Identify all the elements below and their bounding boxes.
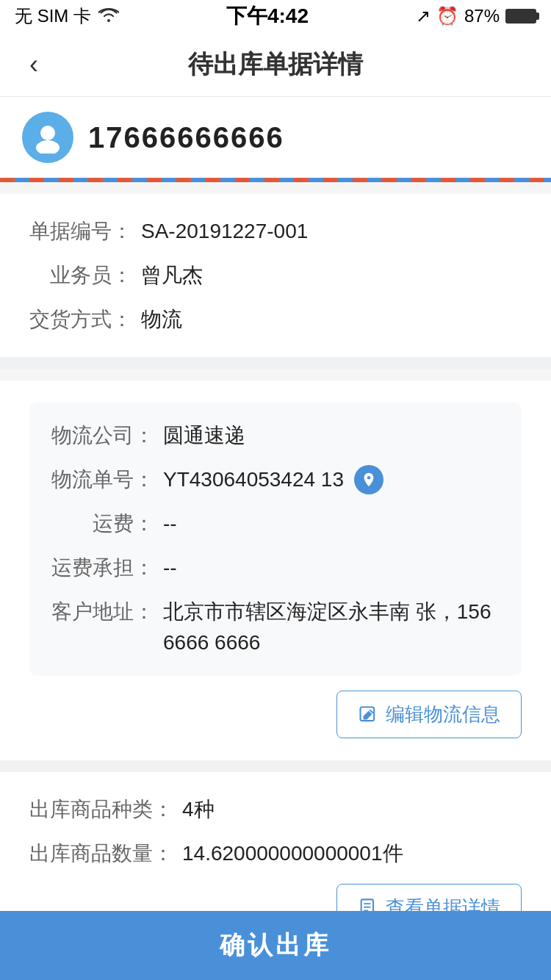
salesperson-label: 业务员： xyxy=(29,260,132,291)
confirm-btn-wrap: 确认出库 xyxy=(0,911,551,980)
svg-point-0 xyxy=(40,126,55,140)
address-row: 客户地址： 北京市市辖区海淀区永丰南 张，156 6666 6666 xyxy=(51,597,500,658)
product-type-label: 出库商品种类： xyxy=(29,794,173,825)
svg-point-1 xyxy=(36,140,60,154)
trackno-text: YT43064053424 13 xyxy=(163,464,344,495)
logistics-card: 物流公司： 圆通速递 物流单号： YT43064053424 13 运费： --… xyxy=(29,403,522,676)
freight-label: 运费： xyxy=(51,508,154,539)
freight-bear-row: 运费承担： -- xyxy=(51,552,500,583)
company-label: 物流公司： xyxy=(51,420,154,451)
edit-icon xyxy=(358,705,378,725)
trackno-row: 物流单号： YT43064053424 13 xyxy=(51,464,500,495)
freight-bear-value: -- xyxy=(154,552,500,583)
section-divider-2 xyxy=(0,760,551,772)
salesperson-row: 业务员： 曾凡杰 xyxy=(29,260,522,291)
section-divider-1 xyxy=(0,357,551,369)
status-bar: 无 SIM 卡 下午4:42 ↗ ⏰ 87% xyxy=(0,0,551,32)
freight-bear-label: 运费承担： xyxy=(51,552,154,583)
delivery-label: 交货方式： xyxy=(29,304,132,335)
logistics-section: 物流公司： 圆通速递 物流单号： YT43064053424 13 运费： --… xyxy=(0,381,551,760)
status-right: ↗ ⏰ 87% xyxy=(416,6,536,26)
battery-percent: 87% xyxy=(464,6,500,26)
edit-logistics-label: 编辑物流信息 xyxy=(386,702,500,727)
location-status-icon: ↗ xyxy=(416,6,431,26)
delivery-row: 交货方式： 物流 xyxy=(29,304,522,335)
salesperson-value: 曾凡杰 xyxy=(132,260,522,291)
wifi-icon xyxy=(98,6,119,26)
company-row: 物流公司： 圆通速递 xyxy=(51,420,500,451)
delivery-value: 物流 xyxy=(132,304,522,335)
product-qty-value: 14.620000000000001件 xyxy=(173,838,522,869)
customer-header: 17666666666 xyxy=(0,97,551,178)
dashed-divider xyxy=(0,178,551,182)
confirm-outbound-button[interactable]: 确认出库 xyxy=(220,929,331,962)
status-time: 下午4:42 xyxy=(226,2,309,30)
nav-bar: ‹ 待出库单据详情 xyxy=(0,32,551,97)
map-pin-icon[interactable] xyxy=(354,465,383,494)
order-no-row: 单据编号： SA-20191227-001 xyxy=(29,216,522,247)
page-title: 待出库单据详情 xyxy=(188,48,363,82)
product-qty-row: 出库商品数量： 14.620000000000001件 xyxy=(29,838,522,869)
company-value: 圆通速递 xyxy=(154,420,500,451)
product-qty-label: 出库商品数量： xyxy=(29,838,173,869)
alarm-icon: ⏰ xyxy=(436,6,458,26)
order-no-label: 单据编号： xyxy=(29,216,132,247)
product-type-row: 出库商品种类： 4种 xyxy=(29,794,522,825)
edit-logistics-row: 编辑物流信息 xyxy=(29,691,522,738)
freight-value: -- xyxy=(154,508,500,539)
carrier-text: 无 SIM 卡 xyxy=(15,4,91,28)
back-button[interactable]: ‹ xyxy=(22,42,46,87)
trackno-value: YT43064053424 13 xyxy=(154,464,500,495)
address-label: 客户地址： xyxy=(51,597,154,627)
address-value: 北京市市辖区海淀区永丰南 张，156 6666 6666 xyxy=(154,597,500,658)
order-info-section: 单据编号： SA-20191227-001 业务员： 曾凡杰 交货方式： 物流 xyxy=(0,194,551,357)
status-carrier: 无 SIM 卡 xyxy=(15,4,119,28)
order-no-value: SA-20191227-001 xyxy=(132,216,522,247)
customer-phone: 17666666666 xyxy=(88,121,284,154)
avatar xyxy=(22,112,73,163)
freight-row: 运费： -- xyxy=(51,508,500,539)
battery-icon xyxy=(505,9,536,24)
trackno-label: 物流单号： xyxy=(51,464,154,495)
product-type-value: 4种 xyxy=(173,794,522,825)
edit-logistics-button[interactable]: 编辑物流信息 xyxy=(336,691,522,738)
